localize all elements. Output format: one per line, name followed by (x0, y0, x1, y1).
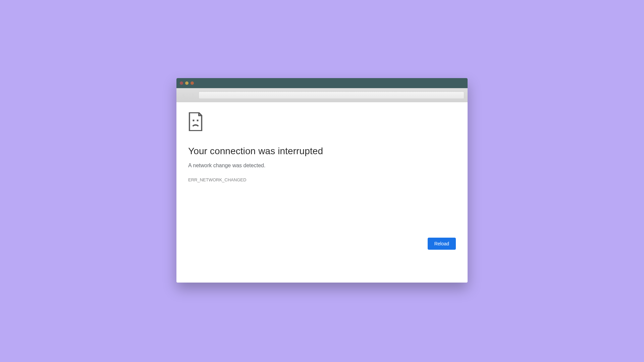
traffic-light-zoom-icon[interactable] (191, 81, 194, 85)
address-bar[interactable] (199, 92, 464, 99)
page-content: Your connection was interrupted A networ… (176, 102, 468, 283)
stage-background: Your connection was interrupted A networ… (0, 0, 644, 362)
reload-button[interactable]: Reload (428, 238, 456, 250)
chevron-right-icon (191, 94, 195, 97)
error-title: Your connection was interrupted (188, 146, 456, 157)
error-subtitle: A network change was detected. (188, 163, 456, 169)
traffic-light-minimize-icon[interactable] (185, 81, 189, 85)
window-titlebar (176, 78, 468, 88)
chevron-left-icon (182, 94, 185, 97)
nav-forward-button[interactable] (189, 92, 197, 99)
sad-page-icon (188, 112, 203, 131)
svg-rect-1 (197, 120, 199, 121)
browser-window: Your connection was interrupted A networ… (176, 78, 468, 283)
traffic-light-close-icon[interactable] (180, 81, 183, 85)
svg-rect-0 (193, 120, 194, 121)
nav-back-button[interactable] (180, 92, 187, 99)
error-code: ERR_NETWORK_CHANGED (188, 177, 456, 182)
browser-toolbar (176, 88, 468, 102)
network-error-block: Your connection was interrupted A networ… (188, 112, 456, 182)
